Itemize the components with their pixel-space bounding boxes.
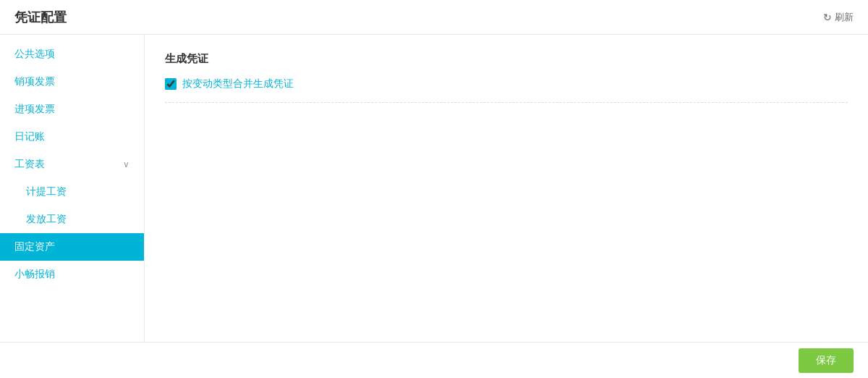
sidebar-item-label: 销项发票 [14, 75, 55, 88]
section-divider [165, 102, 848, 103]
refresh-button[interactable]: ↻ 刷新 [823, 11, 854, 24]
page-title: 凭证配置 [14, 9, 67, 26]
sidebar-item-label: 日记账 [14, 130, 45, 143]
sidebar-item-label: 发放工资 [26, 213, 67, 226]
sidebar-item-sales-invoice[interactable]: 销项发票 [0, 68, 144, 96]
merge-by-type-label: 按变动类型合并生成凭证 [182, 77, 294, 91]
section-title: 生成凭证 [165, 52, 848, 66]
sidebar: 公共选项 销项发票 进项发票 日记账 工资表 ∨ 计提工资 发放工资 固定资 [0, 35, 145, 342]
option-row: 按变动类型合并生成凭证 [165, 77, 848, 91]
sidebar-item-accrued-salary[interactable]: 计提工资 [0, 178, 144, 206]
save-button[interactable]: 保存 [799, 348, 854, 373]
sidebar-item-fixed-assets[interactable]: 固定资产 [0, 233, 144, 261]
sidebar-item-purchase-invoice[interactable]: 进项发票 [0, 96, 144, 123]
sidebar-item-payroll[interactable]: 工资表 ∨ [0, 151, 144, 178]
sidebar-item-journal[interactable]: 日记账 [0, 123, 144, 151]
refresh-label: 刷新 [835, 11, 854, 24]
sidebar-item-label: 进项发票 [14, 103, 55, 116]
main-content: 生成凭证 按变动类型合并生成凭证 [145, 35, 868, 342]
page-footer: 保存 [0, 342, 868, 378]
chevron-down-icon: ∨ [123, 159, 129, 169]
page-wrapper: 凭证配置 ↻ 刷新 公共选项 销项发票 进项发票 日记账 工资表 ∨ [0, 0, 868, 378]
sidebar-item-label: 小畅报销 [14, 268, 55, 281]
page-body: 公共选项 销项发票 进项发票 日记账 工资表 ∨ 计提工资 发放工资 固定资 [0, 35, 868, 342]
sidebar-item-paid-salary[interactable]: 发放工资 [0, 206, 144, 233]
sidebar-item-label: 计提工资 [26, 185, 67, 198]
sidebar-item-label: 固定资产 [14, 240, 55, 253]
refresh-icon: ↻ [823, 12, 832, 23]
sidebar-item-public-options[interactable]: 公共选项 [0, 41, 144, 68]
sidebar-item-label: 公共选项 [14, 48, 55, 61]
merge-by-type-checkbox[interactable] [165, 78, 176, 90]
sidebar-item-label: 工资表 [14, 158, 45, 171]
page-header: 凭证配置 ↻ 刷新 [0, 0, 868, 35]
sidebar-item-expense-claim[interactable]: 小畅报销 [0, 261, 144, 288]
